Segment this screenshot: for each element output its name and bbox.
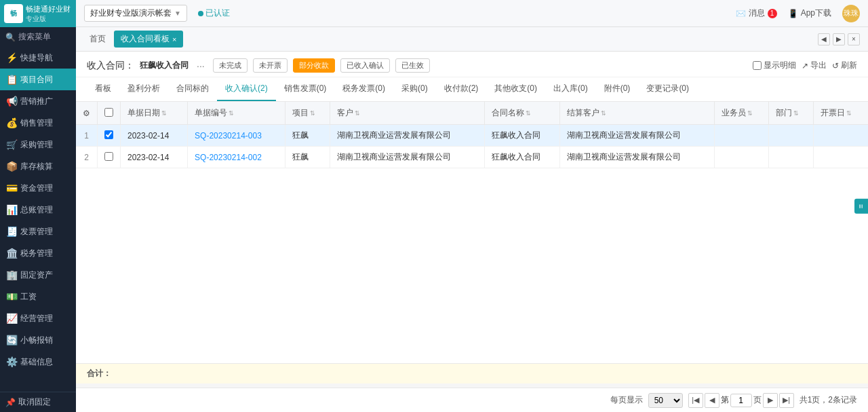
sort-icon-order: ⇅: [229, 110, 234, 117]
page-last-btn[interactable]: ▶|: [779, 393, 794, 408]
show-detail-checkbox[interactable]: [753, 61, 762, 70]
sidebar-item-search[interactable]: 🔍 搜索菜单: [0, 27, 76, 47]
row-date: 2023-02-14: [121, 125, 188, 147]
order-link[interactable]: SQ-20230214-003: [195, 131, 262, 141]
row-order-no: SQ-20230214-002: [188, 147, 285, 168]
total-label: 合计：: [87, 368, 111, 379]
float-action-btn[interactable]: ≡: [854, 198, 868, 213]
sidebar-item-funds[interactable]: 💳 资金管理: [0, 177, 76, 199]
col-order-no[interactable]: 单据编号⇅: [188, 102, 285, 125]
payroll-icon: 💵: [5, 291, 18, 303]
sidebar-item-purchase[interactable]: 🛒 采购管理: [0, 134, 76, 155]
col-customer[interactable]: 客户⇅: [330, 102, 484, 125]
tab-close-icon[interactable]: ×: [172, 35, 176, 43]
page-next-btn[interactable]: ▶: [763, 393, 778, 408]
message-badge: 1: [768, 9, 777, 18]
sidebar-item-inventory[interactable]: 📦 库存核算: [0, 155, 76, 177]
row-1-checkbox[interactable]: [104, 130, 113, 139]
company-selector[interactable]: 好业财专业版演示帐套 ▼: [84, 5, 187, 22]
sidebar-item-invoice-mgmt[interactable]: 🧾 发票管理: [0, 221, 76, 242]
pin-bottom[interactable]: 📌 取消固定: [0, 392, 76, 412]
refresh-btn[interactable]: ↺ 刷新: [832, 60, 857, 71]
col-invoice-date[interactable]: 开票日⇅: [814, 102, 868, 125]
logo-icon: 畅: [4, 4, 23, 23]
contract-title-prefix: 收入合同：: [87, 60, 134, 72]
col-date[interactable]: 单据日期⇅: [121, 102, 188, 125]
row-checkbox[interactable]: [98, 147, 121, 168]
basicinfo-icon: ⚙️: [5, 356, 18, 368]
tab-warehouse[interactable]: 出入库(0): [545, 77, 596, 101]
table-row[interactable]: 2 2023-02-14 SQ-20230214-002 狂飙 湖南卫视商业运营…: [76, 147, 868, 168]
tab-revenue-confirm[interactable]: 收入确认(2): [217, 77, 276, 101]
row-invoice-date: [814, 147, 868, 168]
sidebar-item-expense[interactable]: 🔄 小畅报销: [0, 329, 76, 351]
col-project[interactable]: 项目⇅: [285, 102, 330, 125]
nav-prev-btn[interactable]: ◀: [818, 33, 830, 45]
nav-close-btn[interactable]: ×: [848, 33, 860, 45]
export-btn[interactable]: ↗ 导出: [802, 60, 827, 71]
sidebar-item-basic-info[interactable]: ⚙️ 基础信息: [0, 351, 76, 373]
sort-icon-sales: ⇅: [747, 110, 753, 117]
row-project: 狂飙: [285, 147, 330, 168]
order-link[interactable]: SQ-20230214-002: [195, 153, 262, 162]
status-effective[interactable]: 已生效: [395, 58, 430, 73]
sidebar-item-general-ledger[interactable]: 📊 总账管理: [0, 199, 76, 221]
user-avatar-btn[interactable]: 珠珠: [842, 5, 860, 22]
row-2-checkbox[interactable]: [104, 152, 113, 161]
ops-icon: 📈: [5, 312, 18, 324]
app-download-btn[interactable]: 📱 App下载: [788, 7, 831, 19]
marketing-icon: 📢: [5, 95, 18, 107]
status-revenue-confirmed[interactable]: 已收入确认: [340, 58, 390, 73]
status-not-complete[interactable]: 未完成: [213, 58, 248, 73]
message-btn[interactable]: ✉️ 消息 1: [736, 7, 777, 19]
tab-profit-analysis[interactable]: 盈利分析: [119, 77, 168, 101]
status-partial-receipt[interactable]: 部分收款: [293, 58, 335, 73]
tab-attachments[interactable]: 附件(0): [596, 77, 639, 101]
tab-contract-subject[interactable]: 合同标的: [168, 77, 217, 101]
tab-change-log[interactable]: 变更记录(0): [638, 77, 697, 101]
purchase-icon: 🛒: [5, 138, 18, 151]
page-first-btn[interactable]: |◀: [688, 393, 703, 408]
page-size-select[interactable]: 50 100 200: [648, 393, 683, 408]
tab-other-income[interactable]: 其他收支(0): [486, 77, 545, 101]
col-gear[interactable]: ⚙: [76, 102, 98, 125]
sub-tabs: 看板 盈利分析 合同标的 收入确认(2) 销售发票(0) 税务发票(0) 采购(…: [76, 77, 868, 102]
tab-sales-invoice[interactable]: 销售发票(0): [276, 77, 335, 101]
nav-next-btn[interactable]: ▶: [833, 33, 845, 45]
sidebar-item-tax[interactable]: 🏛️ 税务管理: [0, 242, 76, 264]
select-all-checkbox[interactable]: [104, 108, 113, 117]
col-salesperson[interactable]: 业务员⇅: [714, 102, 769, 125]
sort-icon-contract: ⇅: [526, 110, 531, 117]
tab-payment[interactable]: 收付款(2): [436, 77, 487, 101]
row-date: 2023-02-14: [121, 147, 188, 168]
sidebar-item-ops[interactable]: 📈 经营管理: [0, 307, 76, 329]
row-salesperson: [714, 125, 769, 147]
sidebar-item-sales[interactable]: 💰 销售管理: [0, 112, 76, 134]
col-department[interactable]: 部门⇅: [769, 102, 814, 125]
tab-purchase[interactable]: 采购(0): [393, 77, 436, 101]
active-nav-tab[interactable]: 收入合同看板 ×: [114, 31, 183, 48]
sidebar-item-project-contract[interactable]: 📋 项目合同: [0, 69, 76, 90]
row-num: 2: [76, 147, 98, 168]
tab-board[interactable]: 看板: [87, 77, 119, 101]
home-tab[interactable]: 首页: [84, 31, 111, 48]
logo-text: 畅捷通好业财 专业版: [26, 4, 71, 22]
row-contract-name: 狂飙收入合同: [484, 147, 560, 168]
sidebar-item-marketing[interactable]: 📢 营销推广: [0, 90, 76, 112]
sidebar-item-quick-nav[interactable]: ⚡ 快捷导航: [0, 47, 76, 69]
sidebar-item-fixed-assets[interactable]: 🏢 固定资产: [0, 264, 76, 286]
show-detail-label[interactable]: 显示明细: [753, 60, 796, 71]
tab-tax-invoice[interactable]: 税务发票(0): [334, 77, 393, 101]
status-not-invoiced[interactable]: 未开票: [253, 58, 288, 73]
page-number-input[interactable]: [730, 394, 752, 407]
page-prev-btn[interactable]: ◀: [705, 393, 719, 408]
row-num: 1: [76, 125, 98, 147]
verified-badge: 已认证: [198, 7, 230, 19]
table-row[interactable]: 1 2023-02-14 SQ-20230214-003 狂飙 湖南卫视商业运营…: [76, 125, 868, 147]
contract-more-btn[interactable]: ···: [194, 60, 208, 71]
col-contract-name[interactable]: 合同名称⇅: [484, 102, 560, 125]
invoice-icon: 🧾: [5, 225, 18, 238]
row-checkbox[interactable]: [98, 125, 121, 147]
sidebar-item-payroll[interactable]: 💵 工资: [0, 286, 76, 307]
col-settle-customer[interactable]: 结算客户⇅: [560, 102, 714, 125]
